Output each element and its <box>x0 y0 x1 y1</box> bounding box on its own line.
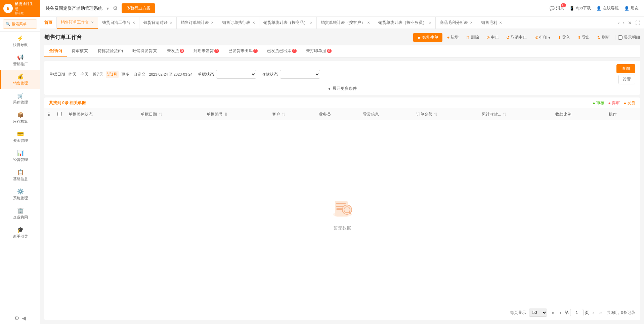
page-first-button[interactable]: « <box>550 309 557 316</box>
page-last-button[interactable]: » <box>597 309 604 316</box>
page-input[interactable] <box>570 309 584 316</box>
th-checkbox <box>54 109 65 120</box>
tab-close-gross-margin[interactable]: ✕ <box>470 21 473 25</box>
topbar-dropdown-button[interactable]: ▾ <box>106 6 109 11</box>
user-button[interactable]: 👤 用友 <box>624 5 639 11</box>
sub-tab-overdue-not-shipped[interactable]: 到期未发货0 <box>189 45 224 57</box>
table-count: 共找到 0条 相关单据 <box>49 100 86 106</box>
sidebar-item-operation[interactable]: 📊 经营管理 <box>0 147 40 166</box>
filter-settings-button[interactable]: 设置 <box>618 75 635 84</box>
settings-footer-button[interactable]: ⚙ <box>14 315 19 321</box>
message-button[interactable]: 💬 消息 6 <box>550 5 564 11</box>
delete-button[interactable]: 🗑 删除 <box>463 33 482 42</box>
sidebar-item-base[interactable]: 📋 基础信息 <box>0 166 40 185</box>
sidebar-item-enterprise[interactable]: 🏢 企业协同 <box>0 204 40 223</box>
refresh-button[interactable]: ↻ 刷新 <box>595 33 612 42</box>
sidebar-item-quick-nav[interactable]: ⚡ 快捷导航 <box>0 32 40 51</box>
import-button[interactable]: ⬇ 导入 <box>555 33 573 42</box>
sidebar-item-marketing[interactable]: 📢 营销推广 <box>0 51 40 70</box>
sidebar-item-guide[interactable]: 🎓 新手引导 <box>0 223 40 242</box>
show-detail-checkbox[interactable] <box>618 35 622 40</box>
date-yesterday-button[interactable]: 昨天 <box>67 71 78 78</box>
per-page-label: 每页显示 <box>510 310 526 316</box>
tab-close-shipment-stats-customer[interactable]: ✕ <box>367 21 370 25</box>
tab-close-shipment-stats-sales[interactable]: ✕ <box>429 21 431 25</box>
add-button[interactable]: + 新增 <box>444 33 461 42</box>
batch-approve-button[interactable]: ● 审核 <box>593 100 604 106</box>
select-all-checkbox[interactable] <box>57 112 62 116</box>
tab-prev-button[interactable]: ‹ <box>617 19 621 26</box>
print-button[interactable]: 🖨 打印 ▾ <box>531 33 553 42</box>
topbar-settings-button[interactable]: ⚙ <box>113 5 118 11</box>
topbar-system-name: 装备及固定资产辅助管理系统 <box>46 5 102 11</box>
tab-shipment-stats-sales[interactable]: 销货单统计表（按业务员）✕ <box>374 17 436 29</box>
tab-close-sales-workbench[interactable]: ✕ <box>91 21 94 24</box>
date-1month-button[interactable]: 近1月 <box>106 71 119 78</box>
query-button[interactable]: 查询 <box>616 64 635 73</box>
page-next-button[interactable]: › <box>590 309 596 316</box>
th-status: 单据整体状态 <box>65 109 137 120</box>
smart-create-button[interactable]: ★ 智能生单 <box>413 33 442 42</box>
date-more-button[interactable]: 更多 <box>120 71 131 78</box>
app-download-button[interactable]: 📱 App下载 <box>569 5 591 11</box>
sidebar-item-inventory[interactable]: 📦 库存核算 <box>0 108 40 127</box>
tab-cashier-daily[interactable]: 钱货日清工作台✕ <box>98 17 139 29</box>
sidebar-item-purchase[interactable]: 🛒 采购管理 <box>0 89 40 108</box>
status-select[interactable] <box>216 70 256 79</box>
per-page-select[interactable]: 50 10 20 100 <box>529 309 547 317</box>
sidebar-item-finance[interactable]: 💳 资金管理 <box>0 127 40 147</box>
sub-tab-shipped-not-out[interactable]: 已发货未出库0 <box>224 45 263 57</box>
tab-next-button[interactable]: › <box>621 19 626 26</box>
search-icon: 🔍 <box>6 22 10 26</box>
tab-close-cash-daily[interactable]: ✕ <box>170 21 172 25</box>
tab-close-all-button[interactable]: ✕ <box>627 19 633 26</box>
payment-select[interactable] <box>280 70 320 79</box>
tab-close-sales-exec[interactable]: ✕ <box>252 21 255 25</box>
sub-tab-not-shipped[interactable]: 未发货0 <box>162 45 189 57</box>
sub-tab-pending-inspection[interactable]: 待拣货验货(0) <box>93 45 128 57</box>
delete-icon: 🗑 <box>466 35 470 40</box>
sub-tab-not-printed[interactable]: 未打印单据0 <box>301 45 336 57</box>
filter-row: 单据日期 昨天 今天 近7天 近1月 更多 自定义 2023-02-24 至 2… <box>49 64 635 84</box>
tab-sales-stats[interactable]: 销售订单统计表✕ <box>177 17 218 29</box>
sidebar-item-system[interactable]: ⚙️ 系统管理 <box>0 185 40 204</box>
tab-close-sales-stats[interactable]: ✕ <box>211 21 214 25</box>
tab-sales-profit[interactable]: 销售毛利✕ <box>477 17 506 29</box>
table-scroll-area[interactable]: ⠿ 单据整体状态 单据日期 ⇅ 单据编号 ⇅ 客户 ⇅ 业务员 异常信息 订单金… <box>44 109 640 120</box>
sub-tab-pending-review[interactable]: 待审核(0) <box>67 45 93 57</box>
tab-sales-exec[interactable]: 销售订单执行表✕ <box>218 17 259 29</box>
tab-maximize-button[interactable]: ⛶ <box>634 19 641 26</box>
sub-tab-shipped-out[interactable]: 已发货已出库0 <box>262 45 301 57</box>
tab-close-cashier-daily[interactable]: ✕ <box>132 21 135 25</box>
tab-label-shipment-stats-sales: 销货单统计表（按业务员） <box>378 20 427 26</box>
inventory-icon: 📦 <box>17 112 24 118</box>
tab-shipment-stats-customer[interactable]: 销货单统计表（按客户）✕ <box>317 17 374 29</box>
tab-label-sales-profit: 销售毛利 <box>481 20 497 26</box>
tab-sales-workbench[interactable]: 销售订单工作台✕ <box>57 17 98 29</box>
collapse-sidebar-button[interactable]: ◀ <box>22 315 26 321</box>
th-customer: 客户 ⇅ <box>269 109 315 120</box>
batch-ship-button[interactable]: ● 发货 <box>624 100 635 106</box>
date-custom-button[interactable]: 自定义 <box>132 71 147 78</box>
expand-filter-button[interactable]: ▼ 展开更多条件 <box>49 86 635 91</box>
page-prev-button[interactable]: ‹ <box>558 309 564 316</box>
tab-close-sales-profit[interactable]: ✕ <box>499 21 502 25</box>
tab-close-shipment-stats-product[interactable]: ✕ <box>310 21 312 25</box>
tab-cash-daily[interactable]: 钱货日清对账✕ <box>139 17 177 29</box>
stop-button[interactable]: ⊘ 中止 <box>484 33 502 42</box>
date-today-button[interactable]: 今天 <box>79 71 90 78</box>
date-7days-button[interactable]: 近7天 <box>91 71 104 78</box>
industry-solution-button[interactable]: 体验行业方案 <box>122 3 155 13</box>
tab-home[interactable]: 首页 <box>40 17 57 29</box>
sub-tab-wangpu-pending[interactable]: 旺铺待发货(0) <box>128 45 162 57</box>
sub-tab-all[interactable]: 全部(0) <box>44 45 67 57</box>
cancel-stop-button[interactable]: ↺ 取消中止 <box>504 33 529 42</box>
tab-gross-margin[interactable]: 商品毛利分析表✕ <box>436 17 477 29</box>
search-menu-button[interactable]: 🔍 搜索菜单 <box>3 19 37 29</box>
sidebar-item-sales[interactable]: 💰 销售管理 <box>0 70 40 89</box>
table-area: 共找到 0条 相关单据 ● 审核 ● 弃审 ● 发货 <box>44 97 640 320</box>
export-button[interactable]: ⬆ 导出 <box>575 33 593 42</box>
tab-shipment-stats-product[interactable]: 销货单统计表（按商品）✕ <box>259 17 317 29</box>
online-service-button[interactable]: 👤 在线客服 <box>596 5 619 11</box>
batch-reject-button[interactable]: ● 弃审 <box>608 100 620 106</box>
